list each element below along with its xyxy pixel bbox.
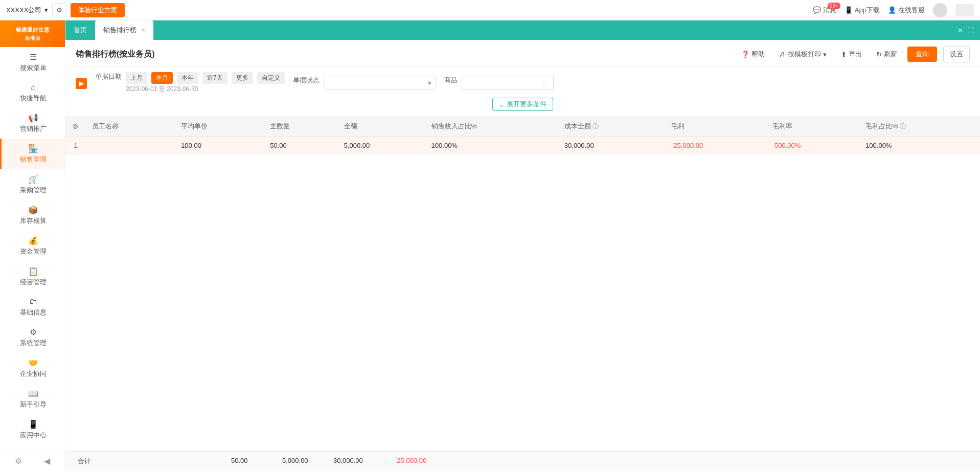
sidebar-item-system[interactable]: ⚙系统管理 xyxy=(0,322,65,353)
expand-conditions-button[interactable]: ⌄ 展开更多条件 xyxy=(492,98,553,111)
avatar[interactable] xyxy=(933,3,947,17)
tab-maximize-icon[interactable]: ⛶ xyxy=(967,27,974,34)
cell-qty: 50.00 xyxy=(264,137,337,155)
sidebar-item-enterprise[interactable]: 🤝企业协同 xyxy=(0,353,65,384)
table-settings-button[interactable]: 设置 xyxy=(943,46,970,62)
service-icon: 👤 xyxy=(888,6,896,14)
page-actions: ❓ 帮助 🖨 按模板打印 ▾ ⬆ 导出 ↻ 刷新 xyxy=(737,46,970,62)
export-icon: ⬆ xyxy=(841,51,847,58)
goods-filter-wrapper: 商品 … xyxy=(444,76,554,90)
sidebar-item-guide[interactable]: 📖新手引导 xyxy=(0,384,65,414)
sidebar-item-marketing[interactable]: 📢营销推广 xyxy=(0,108,65,139)
help-button[interactable]: ❓ 帮助 xyxy=(737,48,769,61)
date-btn-自定义[interactable]: 自定义 xyxy=(257,72,285,84)
sidebar-item-label-inventory: 库存核算 xyxy=(20,216,47,226)
apps-icon: 📱 xyxy=(28,419,38,429)
sidebar-item-label-guide: 新手引导 xyxy=(20,400,47,409)
refresh-label: 刷新 xyxy=(884,50,897,59)
sidebar-item-search[interactable]: ☰搜索菜单 xyxy=(0,47,65,78)
tab-close-sales-rank[interactable]: × xyxy=(142,27,145,34)
sidebar-item-inventory[interactable]: 📦库存核算 xyxy=(0,200,65,231)
date-btn-本月[interactable]: 本月 xyxy=(151,72,173,84)
cell-sales_pct: 100.00% xyxy=(425,137,558,155)
sidebar-settings-icon[interactable]: ⚙ xyxy=(15,456,22,466)
trial-button[interactable]: 体验行业方案 xyxy=(71,3,125,17)
print-icon: 🖨 xyxy=(779,51,786,58)
company-selector[interactable]: XXXXX公司 ▾ xyxy=(6,6,48,15)
user-name[interactable] xyxy=(955,4,974,16)
print-button[interactable]: 🖨 按模板打印 ▾ xyxy=(775,48,831,61)
sidebar-item-basic[interactable]: 🗂基础信息 xyxy=(0,292,65,322)
search-icon: ☰ xyxy=(30,52,37,62)
date-range: 2023-06-01 至 2023-06-30 xyxy=(126,85,285,94)
settings-icon[interactable]: ⚙ xyxy=(52,3,66,17)
cell-avg_price: 100.00 xyxy=(175,137,264,155)
sidebar-item-purchase[interactable]: 🛒采购管理 xyxy=(0,169,65,200)
expand-chevron-icon: ⌄ xyxy=(499,101,505,108)
help-label: 帮助 xyxy=(751,50,765,59)
export-label: 导出 xyxy=(849,50,862,59)
sidebar-item-shortcut[interactable]: ⌂快捷导航 xyxy=(0,78,65,108)
sidebar-item-apps[interactable]: 📱应用中心 xyxy=(0,414,65,445)
tab-sales-rank[interactable]: 销售排行榜× xyxy=(95,20,153,40)
refresh-icon: ↻ xyxy=(876,51,882,58)
sidebar-item-finance[interactable]: 💰资金管理 xyxy=(0,231,65,261)
operation-icon: 📋 xyxy=(28,266,38,276)
system-icon: ⚙ xyxy=(30,327,37,337)
print-chevron-icon: ▾ xyxy=(823,51,827,58)
goods-filter-label: 商品 xyxy=(444,76,458,85)
app-download-button[interactable]: 📱 App下载 xyxy=(845,6,880,15)
tab-bar-right: ✕⛶ xyxy=(958,27,980,34)
purchase-icon: 🛒 xyxy=(28,174,38,184)
col-header-cost: 成本全额 ⓘ xyxy=(558,117,665,137)
date-btn-更多[interactable]: 更多 xyxy=(232,72,253,84)
filter-bar: ▶ 单据日期 上月本月本年近7天更多自定义 2023-06-01 至 2023-… xyxy=(65,67,980,117)
footer-gross: -25,000.00 xyxy=(389,457,450,466)
export-button[interactable]: ⬆ 导出 xyxy=(837,48,866,61)
col-info-icon-cost[interactable]: ⓘ xyxy=(591,123,599,130)
logo-title: 畅康通好生意 xyxy=(16,26,50,34)
cell-name xyxy=(86,137,175,155)
page-content: 销售排行榜(按业务员) ❓ 帮助 🖨 按模板打印 ▾ ⬆ 导出 xyxy=(65,40,980,471)
date-btn-本年[interactable]: 本年 xyxy=(177,72,198,84)
print-label: 按模板打印 xyxy=(788,50,821,59)
footer-label: 合计 xyxy=(72,457,225,466)
top-bar: XXXXX公司 ▾ ⚙ 体验行业方案 💬 消息 99+ 📱 App下载 👤 在线… xyxy=(0,0,980,20)
sidebar-item-label-system: 系统管理 xyxy=(20,339,47,348)
message-button[interactable]: 💬 消息 99+ xyxy=(813,6,836,15)
sidebar-item-operation[interactable]: 📋经营管理 xyxy=(0,261,65,292)
basic-icon: 🗂 xyxy=(29,297,37,306)
date-filter-label: 单据日期 xyxy=(95,72,122,81)
cell-gross_rate: -500.00% xyxy=(766,137,860,155)
sidebar-item-wechat[interactable]: 💬企业微信 xyxy=(0,445,65,451)
sidebar-item-sales[interactable]: 🏪销售管理 xyxy=(0,139,65,169)
query-button[interactable]: 查询 xyxy=(907,47,937,62)
logo-sub: 标准版 xyxy=(25,35,40,42)
tab-home[interactable]: 首页 xyxy=(65,20,95,40)
cell-settings: 1 xyxy=(65,137,86,155)
table-body: 1100.0050.005,000.00100.00%30,000.00-25,… xyxy=(65,137,980,155)
col-info-icon-gross_pct[interactable]: ⓘ xyxy=(898,123,906,130)
chevron-down-icon: ▾ xyxy=(44,6,48,14)
footer-qty: 50.00 xyxy=(225,457,276,466)
col-header-gross_rate: 毛利率 xyxy=(766,117,860,137)
date-btn-近7天[interactable]: 近7天 xyxy=(202,72,227,84)
status-chevron-icon: ▾ xyxy=(428,79,431,87)
date-btn-上月[interactable]: 上月 xyxy=(126,72,147,84)
refresh-button[interactable]: ↻ 刷新 xyxy=(872,48,901,61)
filter-expand-arrow[interactable]: ▶ xyxy=(76,78,87,89)
status-select[interactable]: ▾ xyxy=(324,76,436,90)
col-header-amount: 全额 xyxy=(338,117,425,137)
service-label: 在线客服 xyxy=(898,6,925,15)
sidebar-item-label-marketing: 营销推广 xyxy=(20,124,47,133)
sidebar-logo: 畅康通好生意 标准版 xyxy=(0,20,65,47)
online-service-button[interactable]: 👤 在线客服 xyxy=(888,6,925,15)
table-footer: 合计 50.00 5,000.00 30,000.00 -25,000.00 xyxy=(65,451,980,471)
sidebar-collapse-icon[interactable]: ◀ xyxy=(44,456,50,466)
col-header-qty: 主数量 xyxy=(264,117,337,137)
expand-row: ⌄ 展开更多条件 xyxy=(76,94,970,111)
tab-close-icon[interactable]: ✕ xyxy=(958,27,963,34)
sidebar-item-label-apps: 应用中心 xyxy=(20,431,47,440)
goods-select[interactable]: … xyxy=(462,76,554,90)
cell-gross_pct: 100.00% xyxy=(859,137,980,155)
